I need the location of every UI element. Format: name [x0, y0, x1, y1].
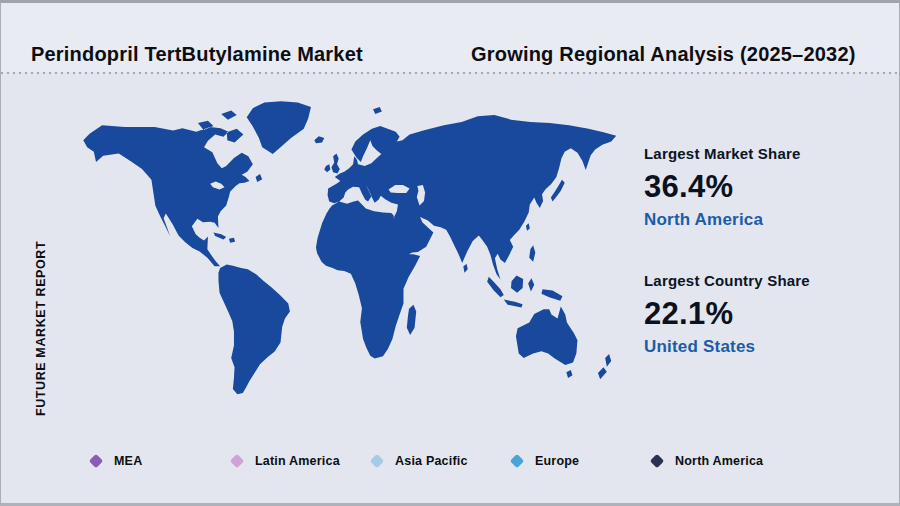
brand-vertical-text: FUTURE MARKET REPORT [34, 231, 48, 416]
country-share-label: Largest Country Share [644, 272, 894, 289]
page-subtitle: Growing Regional Analysis (2025–2032) [471, 43, 856, 66]
legend-label-europe: Europe [535, 454, 579, 468]
asia-pacific-marker-icon [370, 454, 384, 468]
europe-marker-icon [510, 454, 524, 468]
latin-america-marker-icon [230, 454, 244, 468]
legend-item-latin-america: Latin America [232, 450, 340, 472]
legend-item-asia-pacific: Asia Pacific [372, 450, 468, 472]
market-share-label: Largest Market Share [644, 145, 894, 162]
legend-item-mea: MEA [91, 450, 142, 472]
legend-label-mea: MEA [114, 454, 142, 468]
infographic-frame: Perindopril TertButylamine Market Growin… [0, 0, 900, 506]
legend-item-north-america: North America [652, 450, 763, 472]
stats-panel: Largest Market Share 36.4% North America… [644, 145, 894, 357]
continents-silhouette [83, 101, 616, 394]
legend-label-latin-america: Latin America [255, 454, 340, 468]
legend-label-asia-pacific: Asia Pacific [395, 454, 468, 468]
north-america-marker-icon [650, 454, 664, 468]
country-share-region: United States [644, 337, 894, 357]
legend-item-europe: Europe [512, 450, 579, 472]
market-share-value: 36.4% [644, 169, 894, 205]
market-share-region: North America [644, 210, 894, 230]
mea-marker-icon [89, 454, 103, 468]
legend: MEA Latin America Asia Pacific Europe No… [1, 450, 899, 472]
country-share-value: 22.1% [644, 296, 894, 332]
page-title: Perindopril TertButylamine Market [31, 43, 363, 66]
dotted-divider [1, 72, 899, 74]
header: Perindopril TertButylamine Market Growin… [1, 3, 899, 72]
legend-label-north-america: North America [675, 454, 763, 468]
world-map [65, 99, 619, 397]
